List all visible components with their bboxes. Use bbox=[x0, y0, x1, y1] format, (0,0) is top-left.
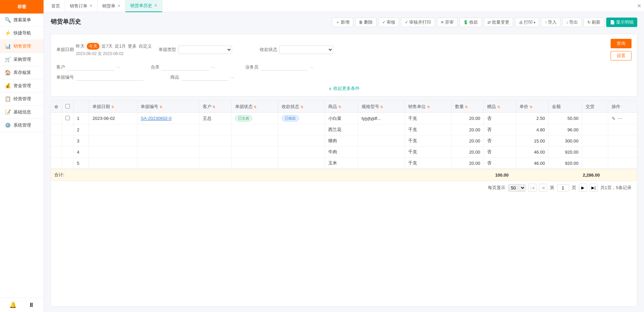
sidebar-footer-icon2[interactable]: ⏸ bbox=[28, 302, 34, 309]
sidebar-item-base-info[interactable]: 📝 基础信息 bbox=[0, 106, 44, 119]
abandon-label: 弃审 bbox=[445, 19, 454, 25]
export-label: 导出 bbox=[569, 19, 578, 25]
sort-spec[interactable]: ⇅ bbox=[380, 105, 383, 109]
sidebar-footer-icon1[interactable]: 🔔 bbox=[9, 301, 17, 309]
agent-input[interactable] bbox=[260, 64, 308, 71]
doc-no-link[interactable]: SA-20230602-0 bbox=[141, 116, 171, 121]
tab-home[interactable]: 首页 bbox=[47, 0, 65, 12]
window-close-button[interactable]: ✕ bbox=[637, 3, 641, 9]
tab-home-label: 首页 bbox=[51, 3, 60, 9]
sidebar-footer: 🔔 ⏸ bbox=[0, 297, 44, 312]
sort-qty[interactable]: ⇅ bbox=[465, 105, 468, 109]
sidebar-item-quick-nav[interactable]: ⚡ 快捷导航 bbox=[0, 27, 44, 40]
delete-button[interactable]: 🗑 删除 bbox=[355, 18, 376, 27]
td-qty: 20.00 bbox=[451, 147, 484, 158]
td-gift: 否 bbox=[484, 158, 516, 169]
th-goods: 商品 ⇅ bbox=[325, 101, 358, 113]
customer-dots[interactable]: ··· bbox=[116, 64, 120, 70]
last-page-btn[interactable]: ▶| bbox=[590, 184, 598, 192]
shortcut-more[interactable]: 更多 bbox=[128, 43, 137, 49]
doc-type-select[interactable] bbox=[178, 46, 232, 54]
sort-doc-date[interactable]: ⇅ bbox=[111, 105, 114, 109]
collect-status-select[interactable] bbox=[279, 46, 333, 54]
customer-label: 客户 bbox=[56, 64, 65, 70]
setting-button[interactable]: 设置 bbox=[611, 51, 632, 60]
shortcut-yesterday[interactable]: 昨天 bbox=[76, 43, 85, 49]
sidebar-item-sales-mgmt[interactable]: 📊 销售管理 bbox=[0, 40, 44, 53]
td-goods: 猪肉 bbox=[325, 135, 358, 147]
export-icon: ↓ bbox=[566, 20, 568, 25]
tab-sales-order-close[interactable]: ✕ bbox=[89, 4, 92, 8]
sort-goods[interactable]: ⇅ bbox=[338, 105, 341, 109]
table-header-row: ⚙ 单据日期 ⇅ 单据编号 ⇅ bbox=[51, 101, 637, 113]
sort-gift[interactable]: ⇅ bbox=[497, 105, 500, 109]
collapse-button[interactable]: ∧ 收起更多条件 bbox=[329, 85, 360, 92]
td-delivery bbox=[582, 147, 608, 158]
sidebar-item-finance[interactable]: 💰 资金管理 bbox=[0, 79, 44, 93]
gear-column-header[interactable]: ⚙ bbox=[51, 101, 62, 113]
sort-customer[interactable]: ⇅ bbox=[213, 105, 215, 109]
sort-doc-status[interactable]: ⇅ bbox=[254, 105, 256, 109]
shortcut-custom[interactable]: 自定义 bbox=[139, 43, 152, 49]
warehouse-dots[interactable]: ··· bbox=[211, 64, 215, 70]
page-input[interactable] bbox=[557, 184, 569, 191]
row-checkbox[interactable] bbox=[65, 116, 70, 120]
sort-price[interactable]: ⇅ bbox=[530, 105, 532, 109]
sidebar-item-search-menu[interactable]: 🔍 搜索菜单 bbox=[0, 14, 44, 27]
table-row: 1 2023-06-02 SA-20230602-0 王总 已生效 已收款 小白… bbox=[51, 113, 637, 124]
sort-unit[interactable]: ⇅ bbox=[427, 105, 430, 109]
prev-page-btn[interactable]: ◀ bbox=[539, 184, 547, 192]
shortcut-today[interactable]: 今天 bbox=[87, 43, 100, 50]
td-qty: 20.00 bbox=[451, 158, 484, 169]
tab-sales-goods-history[interactable]: 销货单历史 ✕ bbox=[125, 0, 162, 12]
batch-change-icon: ⇄ bbox=[487, 20, 491, 25]
goods-input[interactable] bbox=[181, 74, 228, 81]
abandon-button[interactable]: ✕ 弃审 bbox=[437, 18, 457, 27]
batch-change-button[interactable]: ⇄ 批量变更 bbox=[484, 18, 513, 27]
shortcut-7days[interactable]: 近7天 bbox=[102, 43, 113, 49]
refresh-button[interactable]: ↻ 刷新 bbox=[584, 18, 604, 27]
tab-sales-goods-close[interactable]: ✕ bbox=[117, 4, 120, 8]
td-delivery bbox=[582, 124, 608, 135]
sidebar-item-purchase-mgmt[interactable]: 🛒 采购管理 bbox=[0, 53, 44, 66]
shortcut-1month[interactable]: 近1月 bbox=[115, 43, 126, 49]
tab-sales-goods-label: 销货单 bbox=[102, 3, 115, 9]
row-actions: ✎ ⋯ bbox=[612, 116, 634, 121]
print-label: 打印 bbox=[524, 19, 533, 25]
sidebar-item-inventory[interactable]: 🏠 库存核算 bbox=[0, 66, 44, 79]
home-icon: 🏠 bbox=[5, 70, 11, 76]
first-page-btn[interactable]: |◀ bbox=[528, 184, 536, 192]
show-detail-button[interactable]: 📄 显示明细 bbox=[606, 18, 637, 27]
doc-no-input[interactable] bbox=[76, 74, 143, 81]
goods-dots[interactable]: ··· bbox=[230, 75, 234, 80]
agent-dots[interactable]: ··· bbox=[310, 64, 314, 70]
sidebar-item-operations[interactable]: 📋 经营管理 bbox=[0, 93, 44, 106]
edit-action[interactable]: ✎ bbox=[612, 116, 616, 121]
export-button[interactable]: ↓ 导出 bbox=[562, 18, 582, 27]
next-page-btn[interactable]: ▶ bbox=[579, 184, 587, 192]
filter-warehouse: 合库 ··· bbox=[151, 64, 218, 71]
th-qty: 数量 ⇅ bbox=[451, 101, 484, 113]
sidebar-item-sys-mgmt[interactable]: ⚙️ 系统管理 bbox=[0, 119, 44, 132]
audit-button[interactable]: ✓ 审核 bbox=[379, 18, 399, 27]
tab-sales-order[interactable]: 销售订单 ✕ bbox=[65, 0, 97, 12]
tab-sales-goods[interactable]: 销货单 ✕ bbox=[97, 0, 125, 12]
warehouse-input[interactable] bbox=[162, 64, 209, 71]
sidebar-item-label: 系统管理 bbox=[13, 122, 31, 128]
select-all-checkbox[interactable] bbox=[65, 104, 70, 108]
add-button[interactable]: ＋ 新增 bbox=[332, 18, 353, 27]
th-amount: 金额 bbox=[549, 101, 582, 113]
tab-sales-goods-history-close[interactable]: ✕ bbox=[154, 3, 157, 8]
more-action[interactable]: ⋯ bbox=[618, 116, 622, 121]
customer-input[interactable] bbox=[67, 64, 114, 71]
print-button[interactable]: 🖨 打印 ▾ bbox=[515, 18, 539, 27]
page-title: 销货单历史 bbox=[51, 18, 81, 26]
sort-doc-no[interactable]: ⇅ bbox=[160, 105, 162, 109]
import-button[interactable]: ↑ 导入 bbox=[541, 18, 560, 27]
audit-print-button[interactable]: ✓ 审核并打印 bbox=[401, 18, 435, 27]
per-page-select[interactable]: 50 100 200 bbox=[508, 184, 526, 192]
collect-button[interactable]: 💲 收款 bbox=[459, 18, 482, 27]
sort-collect-status[interactable]: ⇅ bbox=[301, 105, 303, 109]
td-doc-status bbox=[231, 158, 278, 169]
query-button[interactable]: 查询 bbox=[611, 39, 632, 48]
